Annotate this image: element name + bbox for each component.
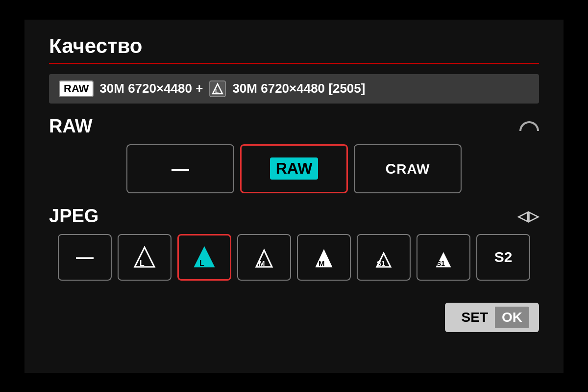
jpeg-s1-normal-button[interactable]: S1 — [416, 234, 470, 281]
raw-raw-button[interactable]: RAW — [240, 144, 348, 193]
page-title: Качество — [49, 34, 539, 58]
jpeg-section-header: JPEG ◁▷ — [49, 206, 539, 227]
jpeg-m-fine-button[interactable]: M — [237, 234, 291, 281]
jpeg-l-fine-button[interactable]: L — [118, 234, 172, 281]
raw-craw-button[interactable]: CRAW — [354, 144, 462, 193]
svg-text:M: M — [259, 259, 265, 267]
svg-text:S1: S1 — [437, 260, 445, 267]
set-ok-row: SET OK — [49, 303, 539, 332]
svg-marker-3 — [135, 247, 154, 267]
raw-craw-label: CRAW — [386, 160, 430, 177]
set-ok-button[interactable]: SET OK — [445, 303, 539, 332]
jpeg-none-label: — — [76, 247, 94, 267]
jpeg-m-normal-button[interactable]: M — [297, 234, 351, 281]
raw-label: RAW — [49, 116, 93, 137]
jpeg-s1-fine-button[interactable]: S1 — [357, 234, 411, 281]
jpeg-s1-normal-icon: S1 — [429, 242, 458, 272]
jpeg-none-button[interactable]: — — [58, 234, 112, 281]
title-divider — [49, 63, 539, 64]
jpeg-m-normal-icon: M — [309, 242, 339, 272]
svg-text:L: L — [199, 259, 204, 267]
info-text2: 30M 6720×4480 [2505] — [232, 81, 365, 96]
jpeg-section: JPEG ◁▷ — L L — [49, 206, 539, 281]
dial-icon — [519, 121, 539, 131]
arrow-lr-icon: ◁▷ — [517, 208, 539, 224]
set-label: SET — [455, 307, 495, 328]
jpeg-l-normal-icon: L — [190, 242, 219, 272]
svg-text:S1: S1 — [377, 260, 385, 267]
jpeg-l-normal-button[interactable]: L — [177, 234, 231, 281]
info-text1: 30M 6720×4480 + — [99, 81, 203, 96]
jpeg-s2-button[interactable]: S2 — [476, 234, 530, 281]
raw-buttons-row: — RAW CRAW — [49, 144, 539, 193]
raw-none-button[interactable]: — — [126, 144, 234, 193]
jpeg-l-icon: L — [209, 80, 226, 98]
jpeg-m-fine-icon: M — [249, 242, 279, 272]
raw-section: RAW — RAW CRAW — [49, 116, 539, 193]
jpeg-s1-fine-icon: S1 — [369, 242, 398, 272]
raw-raw-label: RAW — [270, 157, 318, 180]
svg-text:M: M — [318, 259, 325, 267]
raw-badge: RAW — [59, 80, 94, 97]
ok-label: OK — [495, 307, 529, 328]
jpeg-s2-label: S2 — [494, 249, 513, 265]
jpeg-label: JPEG — [49, 206, 98, 227]
jpeg-buttons-row: — L L M — [49, 234, 539, 281]
info-bar: RAW 30M 6720×4480 + L 30M 6720×4480 [250… — [49, 74, 539, 104]
jpeg-l-fine-icon: L — [130, 242, 159, 272]
svg-marker-5 — [195, 247, 214, 267]
svg-text:L: L — [215, 88, 219, 95]
raw-none-label: — — [172, 158, 189, 179]
svg-text:L: L — [140, 259, 145, 267]
camera-menu-screen: Качество RAW 30M 6720×4480 + L 30M 6720×… — [24, 20, 564, 373]
raw-section-header: RAW — [49, 116, 539, 137]
